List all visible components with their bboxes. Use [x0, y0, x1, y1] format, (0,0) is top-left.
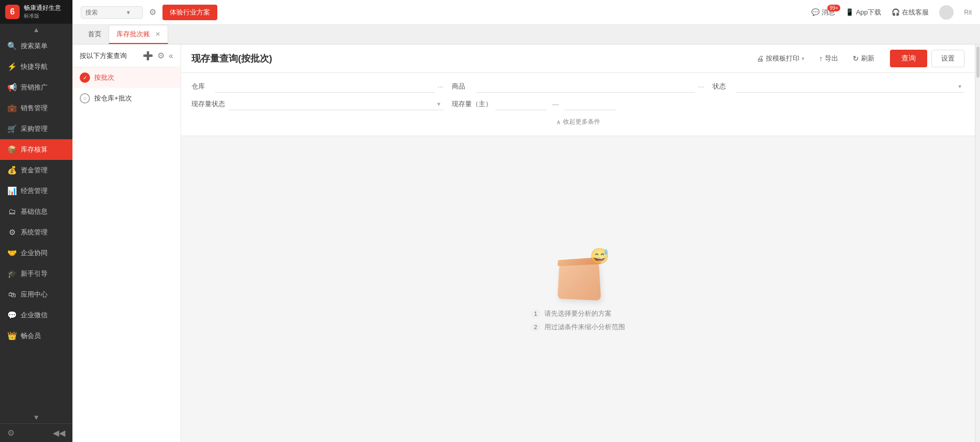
sidebar-item-system[interactable]: ⚙ 系统管理: [0, 222, 72, 243]
warehouse-more-icon[interactable]: ···: [438, 82, 444, 91]
settings-icon[interactable]: ⚙: [7, 428, 14, 438]
inventory-status-filter: 现存量状态 ▾: [191, 98, 443, 110]
refresh-icon: ↻: [853, 54, 859, 63]
headset-icon: 🎧: [892, 8, 900, 16]
sidebar-item-label: 搜索菜单: [21, 41, 48, 51]
tab-inventory-batch-label: 库存批次账: [116, 30, 150, 39]
sidebar-item-marketing[interactable]: 📢 营销推广: [0, 77, 72, 98]
sidebar-item-label: 新手引导: [21, 269, 48, 278]
print-arrow-icon: ▾: [801, 55, 805, 62]
topbar-gear-icon[interactable]: ⚙: [149, 7, 156, 17]
plan-item-warehouse-batch[interactable]: ○ 按仓库+批次: [72, 88, 181, 109]
scroll-down-button[interactable]: ▼: [0, 411, 72, 423]
warehouse-filter: 仓库 ···: [191, 80, 443, 93]
page-title-bar: 现存量查询(按批次) 🖨 按模板打印 ▾ ↑ 导出 ↻ 刷新: [181, 45, 975, 73]
inventory-icon: 📦: [7, 145, 17, 154]
tab-home[interactable]: 首页: [81, 25, 109, 44]
basics-icon: 🗂: [7, 207, 17, 216]
collapse-filter-button[interactable]: ∧ 收起更多条件: [191, 115, 964, 128]
sidebar-item-label: 企业微信: [21, 311, 48, 320]
right-content: 现存量查询(按批次) 🖨 按模板打印 ▾ ↑ 导出 ↻ 刷新: [181, 45, 975, 442]
status-select[interactable]: ▾: [736, 81, 964, 93]
plan-settings-icon[interactable]: ⚙: [157, 51, 165, 61]
industry-solution-button[interactable]: 体验行业方案: [162, 5, 217, 20]
plan-item-batch[interactable]: ✓ 按批次: [72, 67, 181, 88]
sidebar-item-search[interactable]: 🔍 搜索菜单: [0, 36, 72, 56]
warehouse-label: 仓库: [191, 82, 212, 91]
collapse-sidebar-icon[interactable]: ◀◀: [53, 428, 65, 438]
sidebar-item-quicknav[interactable]: ⚡ 快捷导航: [0, 56, 72, 77]
filter-settings-button[interactable]: 设置: [931, 50, 964, 67]
add-plan-icon[interactable]: ➕: [143, 51, 153, 61]
left-panel-header: 按以下方案查询 ➕ ⚙ «: [72, 45, 181, 67]
sidebar: 6 畅康通好生意 标准版 ▲ 🔍 搜索菜单 ⚡ 快捷导航 📢 营销推广 💼 销售…: [0, 0, 72, 442]
plan-unselected-icon: ○: [80, 93, 90, 104]
sidebar-item-operations[interactable]: 📊 经营管理: [0, 181, 72, 201]
product-input[interactable]: [476, 80, 695, 93]
product-more-icon[interactable]: ···: [698, 82, 704, 91]
plan-item-label: 按批次: [94, 73, 114, 82]
inventory-qty-filter: 现存量（主） —: [452, 98, 704, 110]
hint-num-1: 1: [531, 309, 540, 318]
sidebar-footer: ⚙ ◀◀: [0, 423, 72, 442]
sidebar-item-guide[interactable]: 🎓 新手引导: [0, 263, 72, 284]
purchase-icon: 🛒: [7, 124, 17, 134]
query-button[interactable]: 查询: [890, 50, 927, 67]
member-icon: 👑: [7, 331, 17, 341]
empty-hints: 1 请先选择要分析的方案 2 用过滤条件来缩小分析范围: [531, 309, 625, 332]
tab-close-icon[interactable]: ✕: [155, 31, 160, 38]
user-avatar[interactable]: [939, 5, 954, 20]
scroll-thumb: [976, 47, 979, 78]
customer-service-button[interactable]: 🎧 在线客服: [892, 8, 929, 17]
topbar: ▾ ⚙ 体验行业方案 💬 消息 99+ 📱 App下载 🎧 在线客服 Rit: [72, 0, 980, 25]
print-button[interactable]: 🖨 按模板打印 ▾: [752, 52, 809, 65]
qty-dash: —: [550, 100, 561, 108]
sidebar-item-label: 系统管理: [21, 228, 48, 237]
tab-inventory-batch[interactable]: 库存批次账 ✕: [109, 25, 168, 44]
search-dropdown-icon[interactable]: ▾: [127, 9, 130, 16]
inventory-qty-to-input[interactable]: [564, 98, 616, 110]
inventory-qty-from-input[interactable]: [495, 98, 547, 110]
main-area: ▾ ⚙ 体验行业方案 💬 消息 99+ 📱 App下载 🎧 在线客服 Rit 首…: [72, 0, 980, 442]
warehouse-input[interactable]: [215, 80, 435, 93]
export-label: 导出: [825, 54, 838, 63]
right-scrollbar[interactable]: [975, 45, 980, 442]
sidebar-item-wechat[interactable]: 💬 企业微信: [0, 305, 72, 326]
tab-home-label: 首页: [88, 30, 101, 39]
product-filter: 商品 ···: [452, 80, 704, 93]
print-label: 按模板打印: [766, 54, 799, 63]
app-download-button[interactable]: 📱 App下载: [845, 8, 881, 17]
print-icon: 🖨: [756, 54, 764, 63]
status-label: 状态: [712, 82, 733, 91]
wechat-icon: 💬: [7, 311, 17, 320]
sidebar-item-purchase[interactable]: 🛒 采购管理: [0, 119, 72, 139]
empty-hint-2: 2 用过滤条件来缩小分析范围: [531, 322, 625, 332]
left-panel-title: 按以下方案查询: [80, 51, 127, 61]
sidebar-header: 6 畅康通好生意 标准版: [0, 0, 72, 24]
sidebar-item-sales[interactable]: 💼 销售管理: [0, 98, 72, 119]
refresh-button[interactable]: ↻ 刷新: [849, 52, 879, 65]
scroll-up-button[interactable]: ▲: [0, 24, 72, 36]
inventory-status-select[interactable]: ▾: [228, 98, 443, 110]
sidebar-item-member[interactable]: 👑 畅会员: [0, 326, 72, 346]
export-button[interactable]: ↑ 导出: [815, 52, 842, 65]
finance-icon: 💰: [7, 166, 17, 175]
sidebar-item-apps[interactable]: 🛍 应用中心: [0, 284, 72, 305]
left-panel: 按以下方案查询 ➕ ⚙ « ✓ 按批次 ○ 按仓库+批次: [72, 45, 181, 442]
phone-icon: 📱: [845, 8, 854, 16]
sidebar-item-label: 采购管理: [21, 124, 48, 134]
enterprise-icon: 🤝: [7, 248, 17, 258]
messages-button[interactable]: 💬 消息 99+: [811, 8, 835, 17]
inventory-status-label: 现存量状态: [191, 99, 225, 109]
collapse-panel-icon[interactable]: «: [169, 51, 173, 61]
search-input[interactable]: [85, 9, 127, 16]
empty-state-area: 😅 1 请先选择要分析的方案 2 用过滤条件来缩小分析范围: [181, 136, 975, 442]
sidebar-item-finance[interactable]: 💰 资金管理: [0, 160, 72, 181]
messages-badge: 99+: [827, 5, 840, 11]
username-label: Rit: [964, 9, 972, 16]
sidebar-item-basics[interactable]: 🗂 基础信息: [0, 201, 72, 222]
sidebar-item-inventory[interactable]: 📦 库存核算: [0, 139, 72, 160]
sidebar-item-enterprise[interactable]: 🤝 企业协同: [0, 243, 72, 263]
page-title: 现存量查询(按批次): [191, 52, 272, 65]
topbar-search-box[interactable]: ▾: [81, 6, 143, 19]
